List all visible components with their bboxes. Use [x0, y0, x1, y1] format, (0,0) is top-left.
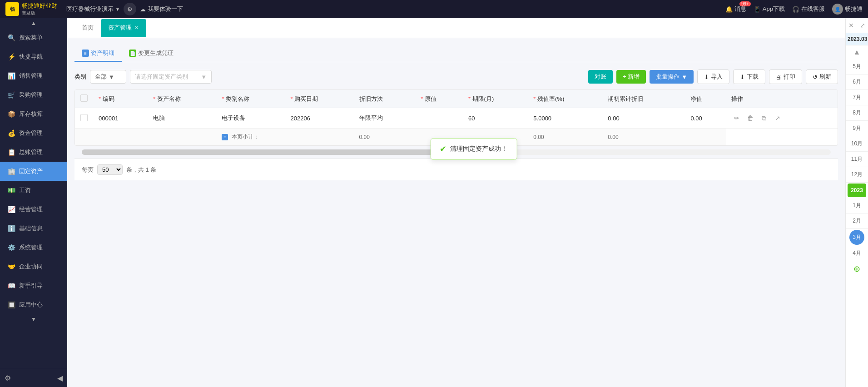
- sidebar-item-label: 采购管理: [19, 91, 43, 99]
- cell-depreciation: 年限平均: [354, 108, 416, 129]
- calendar-month-may[interactable]: 5月: [846, 59, 868, 74]
- sidebar-item-quick-nav[interactable]: ⚡ 快捷导航: [0, 47, 67, 66]
- collapse-icon[interactable]: ◀: [57, 374, 63, 382]
- user-info[interactable]: 👤 畅捷通: [832, 4, 863, 15]
- sidebar-item-label: 新手引导: [19, 282, 43, 290]
- calendar-month-dec[interactable]: 12月: [846, 167, 868, 183]
- sidebar-item-inventory[interactable]: 📦 库存核算: [0, 104, 67, 124]
- account-btn[interactable]: 对账: [588, 70, 613, 84]
- sidebar: ▲ 🔍 搜索菜单 ⚡ 快捷导航 📊 销售管理 🛒 采购管理 📦 库存核算: [0, 18, 67, 387]
- category-select[interactable]: 请选择固定资产类别 ▼: [130, 70, 212, 84]
- headset-icon: 🎧: [792, 6, 799, 13]
- right-panel: ✕ ⤢ 2023.03 ▲ 5月 6月 7月 8月 9月 10月 11月 12月…: [845, 18, 868, 387]
- settings-bottom-icon[interactable]: ⚙: [5, 374, 11, 382]
- sidebar-item-ledger[interactable]: 📋 总账管理: [0, 143, 67, 162]
- panel-header: ✕ ⤢: [846, 18, 868, 33]
- tab-close-icon[interactable]: ✕: [134, 25, 139, 31]
- calendar-month-oct[interactable]: 10月: [846, 136, 868, 152]
- th-net-value: 净值: [685, 90, 725, 108]
- per-page-select[interactable]: 50 100 200: [97, 164, 123, 175]
- calendar-month-feb[interactable]: 2月: [846, 213, 868, 229]
- notification-btn[interactable]: 🔔 消息 99+: [725, 5, 746, 13]
- panel-expand-icon[interactable]: ⤢: [860, 22, 865, 29]
- search-icon: 🔍: [7, 34, 15, 42]
- th-period: 期限(月): [463, 90, 528, 108]
- th-name: 资产名称: [148, 90, 216, 108]
- calendar-month-apr[interactable]: 4月: [846, 246, 868, 261]
- copy-icon[interactable]: ⧉: [759, 113, 769, 124]
- subtotal-original: 0.00: [354, 129, 416, 146]
- sidebar-item-guide[interactable]: 📖 新手引导: [0, 276, 67, 295]
- calendar-month-mar[interactable]: 3月: [849, 230, 864, 245]
- action-btns: ✏ 🗑 ⧉ ↗: [731, 113, 832, 124]
- sub-tab-asset-detail[interactable]: ≡ 资产明细: [74, 45, 122, 62]
- avatar: 👤: [832, 4, 843, 15]
- calendar-add-icon[interactable]: ⊕: [853, 264, 860, 274]
- chevron-down-icon: ▼: [109, 74, 114, 80]
- finance-icon: 💰: [7, 129, 15, 137]
- ledger-icon: 📋: [7, 148, 15, 156]
- delete-icon[interactable]: 🗑: [745, 113, 756, 124]
- success-check-icon: ✔: [440, 144, 446, 154]
- more-icon[interactable]: ↗: [772, 113, 783, 124]
- batch-btn[interactable]: 批量操作 ▼: [650, 70, 694, 84]
- calendar-month-aug[interactable]: 8月: [846, 105, 868, 121]
- cell-code: 000001: [93, 108, 148, 129]
- settings-icon[interactable]: ⚙: [124, 3, 136, 15]
- sidebar-item-app-center[interactable]: 🔲 应用中心: [0, 295, 67, 314]
- calendar-scroll-up[interactable]: ▲: [846, 45, 868, 59]
- cell-initial-accumulated: 0.00: [602, 108, 685, 129]
- calendar-month-jan[interactable]: 1月: [846, 198, 868, 213]
- scroll-up-arrow[interactable]: ▲: [31, 20, 36, 26]
- subtotal-label-cell: ≡ 本页小计：: [216, 129, 353, 146]
- bell-icon: 🔔: [725, 6, 733, 13]
- row-checkbox[interactable]: [80, 114, 88, 121]
- download-btn[interactable]: ⬇ 下载: [733, 69, 765, 84]
- calendar-month-jun[interactable]: 6月: [846, 74, 868, 90]
- app-download-btn[interactable]: 📱 App下载: [754, 5, 785, 13]
- tab-asset-mgmt[interactable]: 资产管理 ✕: [101, 19, 146, 37]
- th-purchase-date: 购买日期: [285, 90, 353, 108]
- import-btn[interactable]: ⬇ 导入: [697, 69, 729, 84]
- sidebar-item-purchase[interactable]: 🛒 采购管理: [0, 85, 67, 104]
- scroll-down-arrow[interactable]: ▼: [31, 316, 36, 322]
- logo-icon: 畅: [5, 2, 19, 16]
- filter-label: 类别: [74, 73, 86, 81]
- sidebar-item-fixed-assets[interactable]: 🏢 固定资产: [0, 162, 67, 181]
- new-btn[interactable]: + 新增: [616, 70, 646, 84]
- experience-btn[interactable]: ☁ 我要体验一下: [140, 5, 183, 13]
- panel-close-icon[interactable]: ✕: [848, 22, 854, 29]
- sidebar-item-cooperation[interactable]: 🤝 企业协同: [0, 257, 67, 276]
- calendar-month-jul[interactable]: 7月: [846, 90, 868, 105]
- sub-tab-change-voucher[interactable]: 📄 变更生成凭证: [122, 45, 181, 62]
- sidebar-item-basics[interactable]: ℹ️ 基础信息: [0, 219, 67, 238]
- sidebar-item-search[interactable]: 🔍 搜索菜单: [0, 28, 67, 47]
- edit-icon[interactable]: ✏: [731, 113, 742, 124]
- sidebar-item-finance[interactable]: 💰 资金管理: [0, 124, 67, 143]
- sidebar-item-payroll[interactable]: 💵 工资: [0, 181, 67, 200]
- th-action: 操作: [726, 90, 838, 108]
- calendar-year-label: 2023.03: [848, 36, 867, 42]
- business-icon: 📈: [7, 205, 15, 213]
- calendar-month-nov[interactable]: 11月: [846, 152, 868, 167]
- sidebar-item-sales[interactable]: 📊 销售管理: [0, 66, 67, 85]
- cell-checkbox: [75, 108, 93, 129]
- sidebar-item-label: 经营管理: [19, 205, 43, 213]
- header-checkbox[interactable]: [80, 94, 88, 102]
- filter-select[interactable]: 全部 ▼: [90, 70, 126, 84]
- print-btn[interactable]: 🖨 打印: [769, 69, 802, 84]
- tab-bar: 首页 资产管理 ✕: [67, 18, 845, 38]
- customer-service-btn[interactable]: 🎧 在线客服: [792, 5, 825, 13]
- calendar-year-2023[interactable]: 2023: [848, 184, 866, 197]
- sidebar-item-business[interactable]: 📈 经营管理: [0, 200, 67, 219]
- tab-home[interactable]: 首页: [74, 19, 101, 37]
- company-select[interactable]: 医疗器械行业演示 ▼: [66, 5, 120, 13]
- calendar-month-sep[interactable]: 9月: [846, 121, 868, 136]
- app-logo: 畅 畅捷通好业财 普及版: [5, 2, 57, 16]
- th-initial-accumulated: 期初累计折旧: [602, 90, 685, 108]
- print-icon: 🖨: [776, 74, 782, 80]
- subtotal-net: 0.00: [602, 129, 685, 146]
- sidebar-item-system[interactable]: ⚙️ 系统管理: [0, 238, 67, 257]
- refresh-btn[interactable]: ↺ 刷新: [806, 69, 838, 84]
- page-content: ≡ 资产明细 📄 变更生成凭证 类别 全部 ▼ 请选择固定资产类: [67, 38, 845, 387]
